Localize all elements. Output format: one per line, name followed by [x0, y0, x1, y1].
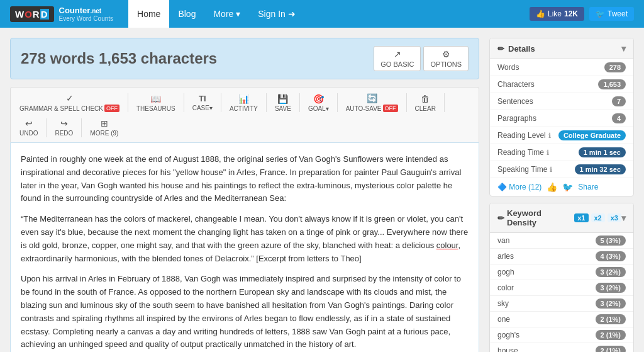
redo-tool[interactable]: ↪ REDO	[51, 116, 77, 139]
twitter-icon: 🐦	[596, 9, 605, 18]
nav-home[interactable]: Home	[128, 0, 169, 28]
divider-10	[81, 118, 82, 137]
save-icon: 💾	[277, 94, 288, 104]
share-label[interactable]: Share	[578, 183, 598, 191]
activity-tool[interactable]: 📊 ACTIVITY	[226, 92, 262, 114]
more-icon: ⊞	[101, 118, 108, 128]
details-chevron-icon[interactable]: ▾	[621, 43, 626, 54]
kd-count-0: 5 (3%)	[596, 236, 626, 246]
reading-level-info-icon[interactable]: ℹ	[548, 132, 551, 140]
words-row: Words 278	[490, 59, 633, 76]
logo-sub: Every Word Counts	[59, 15, 114, 22]
logo-area: WORD Counter.net Every Word Counts	[10, 6, 113, 22]
fb-count: 12K	[564, 9, 578, 18]
undo-label: UNDO	[19, 130, 38, 137]
goal-tool[interactable]: 🎯 GOAL▾	[304, 92, 333, 114]
keyword-density-panel: ✏ Keyword Density x1 x2 x3 ▾ van5 (3%)ar…	[489, 203, 634, 352]
words-label: Words	[497, 63, 519, 72]
stats-bar: 278 words 1,653 characters ↗ GO BASIC ⚙ …	[10, 38, 479, 79]
speaking-time-info-icon[interactable]: ℹ	[550, 166, 552, 174]
kd-row: color3 (2%)	[490, 280, 633, 296]
go-basic-button[interactable]: ↗ GO BASIC	[374, 46, 421, 71]
speaking-time-row: Speaking Time ℹ 1 min 32 sec	[490, 161, 633, 178]
nav-signin[interactable]: Sign In ➜	[249, 0, 304, 28]
characters-row: Characters 1,653	[490, 76, 633, 93]
tw-label: Tweet	[608, 9, 628, 18]
save-tool[interactable]: 💾 SAVE	[271, 92, 295, 114]
nav-more[interactable]: More ▾	[204, 0, 249, 28]
kd-count-3: 3 (2%)	[596, 283, 626, 293]
activity-label: ACTIVITY	[230, 105, 258, 112]
logo: WORD	[10, 6, 54, 22]
undo-tool[interactable]: ↩ UNDO	[16, 116, 42, 139]
kd-count-1: 4 (3%)	[596, 251, 626, 261]
stats-buttons: ↗ GO BASIC ⚙ OPTIONS	[374, 46, 469, 71]
speaking-time-label: Speaking Time ℹ	[497, 165, 552, 174]
reading-time-value: 1 min 1 sec	[579, 147, 626, 157]
tw-share-icon[interactable]: 🐦	[562, 182, 573, 192]
reading-time-info-icon[interactable]: ℹ	[547, 149, 549, 157]
fb-share-icon[interactable]: 👍	[547, 182, 557, 192]
kd-word-2: gogh	[497, 268, 514, 276]
kd-multipliers: x1 x2 x3	[574, 213, 621, 222]
kd-word-6: gogh's	[497, 331, 519, 339]
details-title: Details	[508, 44, 535, 54]
case-tool[interactable]: TI CASE▾	[189, 92, 216, 113]
kd-rows: van5 (3%)arles4 (3%)gogh3 (2%)color3 (2%…	[490, 233, 633, 352]
kd-word-4: sky	[497, 299, 509, 308]
right-panel: ✏ Details ▾ Words 278 Characters 1,653 S…	[489, 38, 634, 352]
kd-row: van5 (3%)	[490, 233, 633, 249]
paragraph-1: Painted in roughly one week at the end o…	[21, 153, 469, 205]
more-link[interactable]: 🔷 More (12)	[497, 183, 541, 191]
header: WORD Counter.net Every Word Counts Home …	[0, 0, 644, 28]
more-share-row: 🔷 More (12) 👍 🐦 Share	[490, 178, 633, 196]
paragraph-2: “The Mediterranean has the colors of mac…	[21, 213, 469, 265]
kd-row: gogh's2 (1%)	[490, 327, 633, 343]
paragraph-3: Upon his arrival in Arles in February of…	[21, 273, 469, 351]
kd-word-0: van	[497, 236, 509, 245]
left-panel: 278 words 1,653 characters ↗ GO BASIC ⚙ …	[10, 38, 479, 352]
spelling-highlight: colour	[436, 241, 458, 250]
divider-8	[444, 93, 445, 112]
clear-tool[interactable]: 🗑 CLEAR	[411, 92, 440, 114]
nav-blog[interactable]: Blog	[169, 0, 204, 28]
characters-value: 1,653	[598, 79, 626, 89]
kd-row: one2 (1%)	[490, 312, 633, 327]
editor-content[interactable]: Painted in roughly one week at the end o…	[11, 143, 479, 352]
divider-7	[406, 93, 407, 112]
kd-header-left: ✏ Keyword Density x1 x2 x3	[497, 208, 621, 227]
kd-word-1: arles	[497, 252, 514, 261]
details-icon: ✏	[497, 44, 504, 54]
details-header-left: ✏ Details	[497, 44, 535, 54]
thesaurus-tool[interactable]: 📖 THESAURUS	[133, 92, 179, 114]
activity-icon: 📊	[238, 94, 249, 104]
facebook-like-button[interactable]: 👍 Like 12K	[530, 7, 584, 21]
case-label: CASE▾	[192, 105, 213, 111]
grammar-tool[interactable]: ✓ GRAMMAR & SPELL CHECKOFF	[16, 91, 123, 114]
case-icon: TI	[199, 94, 206, 103]
undo-icon: ↩	[25, 118, 33, 128]
options-button[interactable]: ⚙ OPTIONS	[423, 46, 469, 71]
facebook-icon: 👍	[536, 9, 545, 18]
autosave-tool[interactable]: 🔄 AUTO-SAVEOFF	[342, 91, 402, 114]
kd-x2[interactable]: x2	[591, 213, 605, 222]
kd-count-5: 2 (1%)	[596, 314, 626, 324]
kd-word-5: one	[497, 315, 510, 324]
kd-x3[interactable]: x3	[608, 213, 621, 222]
thesaurus-label: THESAURUS	[136, 105, 175, 112]
kd-row: house2 (1%)	[490, 343, 633, 352]
divider-3	[221, 93, 221, 112]
reading-level-label: Reading Level ℹ	[497, 131, 551, 140]
kd-x1[interactable]: x1	[574, 213, 588, 222]
details-header: ✏ Details ▾	[490, 38, 633, 59]
kd-chevron-icon[interactable]: ▾	[621, 213, 626, 223]
kd-icon: ✏	[497, 213, 504, 223]
redo-icon: ↪	[60, 118, 68, 128]
options-label: OPTIONS	[430, 60, 462, 68]
twitter-tweet-button[interactable]: 🐦 Tweet	[589, 7, 634, 21]
main-layout: 278 words 1,653 characters ↗ GO BASIC ⚙ …	[0, 28, 644, 352]
divider-6	[337, 93, 338, 112]
save-label: SAVE	[275, 105, 291, 112]
more-tool[interactable]: ⊞ MORE (9)	[86, 116, 122, 139]
go-basic-icon: ↗	[394, 49, 401, 59]
